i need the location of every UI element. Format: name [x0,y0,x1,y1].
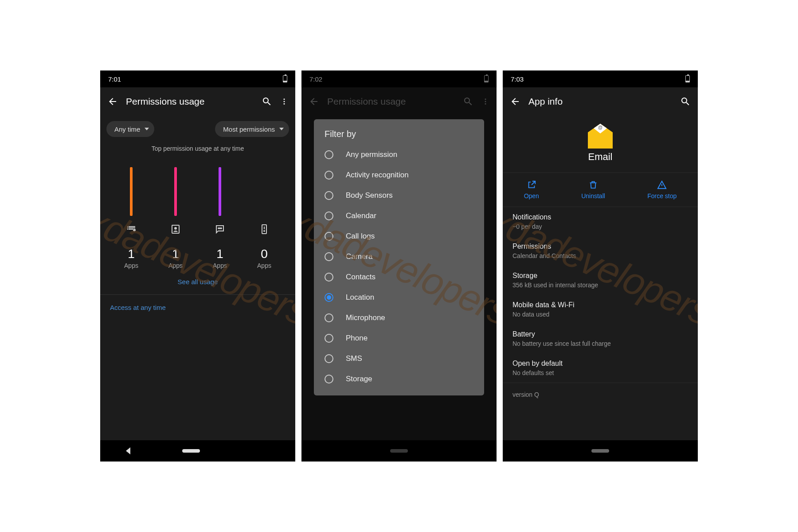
setting-row[interactable]: Notifications~0 per day [503,207,698,236]
setting-subtitle: No data used [512,311,688,318]
setting-row[interactable]: BatteryNo battery use since last full ch… [503,324,698,353]
option-label: Contacts [346,273,376,282]
version-text: version Q [503,383,698,406]
usage-bar [174,167,177,216]
filter-option[interactable]: Any permission [314,145,484,165]
usage-count: 1 [113,247,149,261]
setting-row[interactable]: Storage356 kB used in internal storage [503,266,698,295]
usage-label: Apps [202,262,238,269]
setting-subtitle: Calendar and Contacts [512,252,688,259]
filter-option[interactable]: Microphone [314,308,484,328]
app-bar: App info [503,87,698,116]
option-label: Storage [346,375,372,383]
option-label: Calendar [346,211,376,220]
radio-icon [325,293,333,302]
app-name: Email [503,151,698,172]
dialog-title: Filter by [314,129,484,145]
sort-chip[interactable]: Most permissions [215,121,289,137]
filter-option[interactable]: Phone [314,328,484,348]
radio-icon [325,334,333,343]
filter-option[interactable]: SMS [314,348,484,369]
setting-subtitle: 356 kB used in internal storage [512,282,688,289]
setting-subtitle: ~0 per day [512,223,688,230]
option-label: Activity recognition [346,171,409,180]
back-icon[interactable] [510,96,520,107]
usage-label: Apps [113,262,149,269]
option-label: SMS [346,354,362,363]
setting-title: Permissions [512,243,688,250]
radio-icon [325,354,333,363]
option-label: Microphone [346,313,385,322]
radio-icon [325,171,333,180]
option-label: Body Sensors [346,191,393,200]
filter-option[interactable]: Calendar [314,206,484,226]
setting-row[interactable]: PermissionsCalendar and Contacts [503,236,698,266]
app-bar: Permissions usage [100,87,295,116]
nav-home-pill[interactable] [182,449,200,453]
setting-row[interactable]: Mobile data & Wi-FiNo data used [503,295,698,324]
search-icon[interactable] [262,96,272,107]
open-button[interactable]: Open [524,180,539,200]
force-stop-button[interactable]: Force stop [647,180,677,200]
chart-subtitle: Top permission usage at any time [100,142,295,158]
option-label: Camera [346,252,372,261]
option-label: Location [346,293,374,302]
page-title: Permissions usage [126,96,254,107]
setting-subtitle: No battery use since last full charge [512,340,688,347]
uninstall-button[interactable]: Uninstall [581,180,605,200]
device-icon [246,224,282,236]
sms-icon [202,224,238,236]
back-icon[interactable] [107,96,118,107]
radio-icon [325,232,333,241]
svg-point-0 [284,98,285,100]
radio-icon [325,375,333,383]
option-label: Call logs [346,232,375,241]
battery-icon [685,75,690,82]
nav-bar [100,440,295,462]
setting-title: Notifications [512,213,688,221]
filter-option[interactable]: Call logs [314,226,484,246]
radio-icon [325,211,333,220]
setting-title: Mobile data & Wi-Fi [512,301,688,309]
setting-title: Battery [512,330,688,338]
warning-icon [657,180,667,190]
nav-back-icon[interactable] [126,447,130,454]
usage-bar [219,167,221,216]
usage-count: 1 [202,247,238,261]
svg-point-5 [218,228,219,229]
option-label: Phone [346,334,368,343]
filter-option[interactable]: Activity recognition [314,165,484,185]
radio-icon [325,252,333,261]
contact-icon [158,224,193,236]
usage-label: Apps [158,262,193,269]
option-label: Any permission [346,150,397,159]
usage-count: 1 [158,247,193,261]
more-icon[interactable] [280,96,288,107]
radio-icon [325,150,333,159]
filter-option[interactable]: Contacts [314,267,484,287]
radio-icon [325,313,333,322]
filter-dialog: Filter by Any permissionActivity recogni… [314,119,484,395]
filter-option[interactable]: Camera [314,246,484,267]
screen-permissions-usage: xdadevelopers 7:01 Permissions usage Any… [100,70,295,462]
svg-point-4 [174,227,177,230]
battery-icon [283,75,287,82]
voicemail-icon [113,224,149,236]
filter-option[interactable]: Location [314,287,484,308]
access-any-time-link[interactable]: Access at any time [100,295,295,320]
nav-home-pill[interactable] [591,449,609,453]
usage-bar [130,167,133,216]
filter-time-chip[interactable]: Any time [106,121,154,137]
screen-app-info: xdadevelopers 7:03 App info @ Email Open… [503,70,698,462]
search-icon[interactable] [680,96,691,107]
status-bar: 7:03 [503,70,698,87]
see-all-usage-link[interactable]: See all usage [100,269,295,294]
filter-option[interactable]: Body Sensors [314,185,484,206]
usage-count: 0 [246,247,282,261]
chevron-down-icon [145,128,149,130]
setting-row[interactable]: Open by defaultNo defaults set [503,353,698,383]
status-bar: 7:01 [100,70,295,87]
setting-subtitle: No defaults set [512,369,688,376]
usage-label: Apps [246,262,282,269]
filter-option[interactable]: Storage [314,369,484,389]
